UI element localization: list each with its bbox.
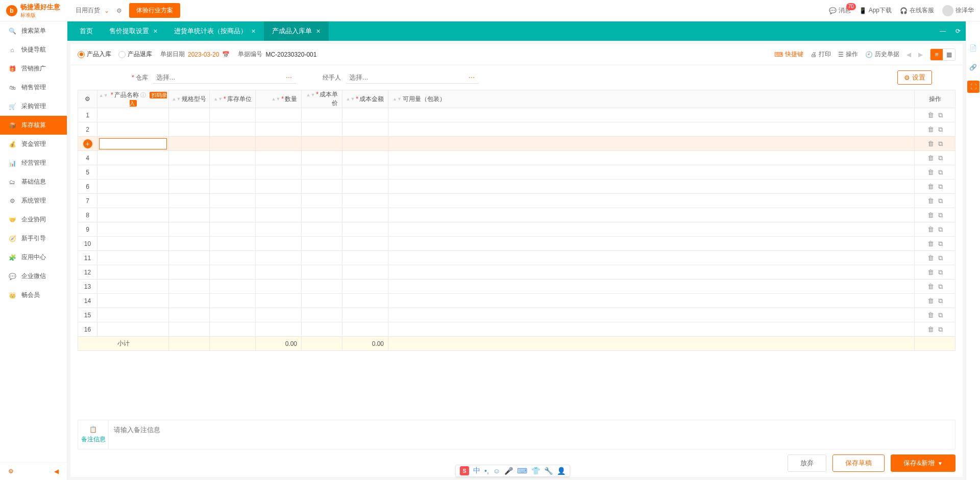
operate-button[interactable]: ☰ 操作 bbox=[838, 50, 858, 59]
tab-2[interactable]: 进货单统计表（按商品）✕ bbox=[166, 21, 264, 41]
sidebar-item-3[interactable]: 🛍销售管理 bbox=[0, 78, 67, 97]
table-row[interactable]: 8🗑⧉ bbox=[78, 208, 955, 222]
message-button[interactable]: 💬 消息 70 bbox=[829, 6, 851, 15]
warehouse-more-icon[interactable]: ⋯ bbox=[286, 74, 292, 81]
table-row[interactable]: 2🗑⧉ bbox=[78, 122, 955, 137]
app-download-button[interactable]: 📱 App下载 bbox=[859, 6, 892, 15]
calendar-icon[interactable]: 📅 bbox=[222, 51, 230, 58]
table-row[interactable]: 9🗑⧉ bbox=[78, 222, 955, 237]
delete-icon[interactable]: 🗑 bbox=[927, 240, 934, 247]
ime-keyboard-icon[interactable]: ⌨ bbox=[517, 467, 527, 475]
ime-skin-icon[interactable]: 👕 bbox=[531, 467, 540, 475]
remark-input[interactable] bbox=[109, 420, 955, 449]
table-row[interactable]: 1🗑⧉ bbox=[78, 108, 955, 122]
ime-toolbar[interactable]: S 中 •, ☺ 🎤 ⌨ 👕 🔧 👤 bbox=[455, 465, 570, 477]
table-row[interactable]: 7🗑⧉ bbox=[78, 194, 955, 208]
sidebar-item-2[interactable]: 🎁营销推广 bbox=[0, 59, 67, 78]
sidebar-item-8[interactable]: 🗂基础信息 bbox=[0, 172, 67, 191]
copy-icon[interactable]: ⧉ bbox=[938, 154, 943, 162]
delete-icon[interactable]: 🗑 bbox=[927, 140, 934, 147]
table-row[interactable]: 5🗑⧉ bbox=[78, 165, 955, 180]
table-row[interactable]: 6🗑⧉ bbox=[78, 180, 955, 194]
close-icon[interactable]: ✕ bbox=[153, 28, 158, 35]
user-menu[interactable]: 徐泽华 bbox=[942, 5, 974, 16]
ime-user-icon[interactable]: 👤 bbox=[557, 467, 566, 475]
history-button[interactable]: 🕘 历史单据 bbox=[865, 50, 899, 59]
collapse-icon[interactable]: ◀ bbox=[54, 468, 59, 475]
rail-link-icon[interactable]: 🔗 bbox=[967, 61, 979, 73]
ime-punct-icon[interactable]: •, bbox=[484, 467, 489, 475]
doc-date-value[interactable]: 2023-03-20 bbox=[188, 51, 219, 58]
copy-icon[interactable]: ⧉ bbox=[938, 125, 943, 133]
delete-icon[interactable]: 🗑 bbox=[927, 225, 934, 233]
sidebar-item-14[interactable]: 👑畅会员 bbox=[0, 286, 67, 305]
copy-icon[interactable]: ⧉ bbox=[938, 211, 943, 219]
product-name-input[interactable] bbox=[99, 138, 167, 149]
copy-icon[interactable]: ⧉ bbox=[938, 297, 943, 305]
table-row[interactable]: 16🗑⧉ bbox=[78, 322, 955, 337]
delete-icon[interactable]: 🗑 bbox=[927, 254, 934, 262]
sidebar-item-10[interactable]: 🤝企业协同 bbox=[0, 210, 67, 229]
ime-tool-icon[interactable]: 🔧 bbox=[544, 467, 553, 475]
sidebar-item-7[interactable]: 📊经营管理 bbox=[0, 154, 67, 172]
delete-icon[interactable]: 🗑 bbox=[927, 297, 934, 305]
delete-icon[interactable]: 🗑 bbox=[927, 325, 934, 333]
rail-expand-icon[interactable]: ⛶ bbox=[967, 81, 979, 93]
radio-product-out[interactable]: 产品退库 bbox=[118, 50, 152, 59]
view-card[interactable]: ▦ bbox=[943, 49, 955, 60]
shortcut-button[interactable]: ⌨ 快捷键 bbox=[774, 50, 803, 59]
table-row[interactable]: 12🗑⧉ bbox=[78, 265, 955, 280]
table-row[interactable]: +🗑⧉ bbox=[78, 137, 955, 151]
delete-icon[interactable]: 🗑 bbox=[927, 283, 934, 290]
view-list[interactable]: ≡ bbox=[930, 49, 943, 60]
delete-icon[interactable]: 🗑 bbox=[927, 154, 934, 162]
copy-icon[interactable]: ⧉ bbox=[938, 240, 943, 247]
tab-1[interactable]: 售价提取设置✕ bbox=[101, 21, 166, 41]
ime-mic-icon[interactable]: 🎤 bbox=[504, 467, 513, 475]
print-button[interactable]: 🖨 打印 bbox=[811, 50, 831, 59]
copy-icon[interactable]: ⧉ bbox=[938, 254, 943, 262]
sidebar-item-1[interactable]: ⌂快捷导航 bbox=[0, 40, 67, 59]
delete-icon[interactable]: 🗑 bbox=[927, 311, 934, 319]
table-row[interactable]: 10🗑⧉ bbox=[78, 237, 955, 251]
col-spec[interactable]: ▲▼规格型号 bbox=[169, 90, 210, 108]
sidebar-item-13[interactable]: 💬企业微信 bbox=[0, 267, 67, 286]
delete-icon[interactable]: 🗑 bbox=[927, 268, 934, 276]
table-row[interactable]: 15🗑⧉ bbox=[78, 308, 955, 322]
col-qty[interactable]: ▲▼*数量 bbox=[256, 90, 302, 108]
prev-button[interactable]: ◀ bbox=[906, 51, 911, 58]
settings-icon[interactable]: ⚙ bbox=[8, 468, 14, 475]
online-service-button[interactable]: 🎧 在线客服 bbox=[900, 6, 934, 15]
operator-input[interactable] bbox=[346, 71, 479, 84]
save-draft-button[interactable]: 保存草稿 bbox=[832, 454, 885, 472]
delete-icon[interactable]: 🗑 bbox=[927, 197, 934, 205]
col-gear[interactable]: ⚙ bbox=[78, 90, 97, 108]
sidebar-item-0[interactable]: 🔍搜索菜单 bbox=[0, 21, 67, 40]
col-cost-amount[interactable]: ▲▼*成本金额 bbox=[342, 90, 388, 108]
col-cost-price[interactable]: ▲▼*成本单价 bbox=[302, 90, 342, 108]
sidebar-item-4[interactable]: 🛒采购管理 bbox=[0, 97, 67, 116]
delete-icon[interactable]: 🗑 bbox=[927, 168, 934, 176]
tab-3[interactable]: 产成品入库单✕ bbox=[264, 21, 329, 41]
col-available[interactable]: ▲▼可用量（包装） bbox=[388, 90, 915, 108]
tab-0[interactable]: 首页 bbox=[71, 21, 101, 41]
copy-icon[interactable]: ⧉ bbox=[938, 325, 943, 333]
copy-icon[interactable]: ⧉ bbox=[938, 225, 943, 233]
copy-icon[interactable]: ⧉ bbox=[938, 140, 943, 147]
sidebar-item-6[interactable]: 💰资金管理 bbox=[0, 135, 67, 154]
copy-icon[interactable]: ⧉ bbox=[938, 268, 943, 276]
operator-more-icon[interactable]: ⋯ bbox=[469, 74, 475, 81]
sidebar-item-12[interactable]: 🧩应用中心 bbox=[0, 248, 67, 267]
ime-lang[interactable]: 中 bbox=[473, 466, 480, 475]
table-row[interactable]: 14🗑⧉ bbox=[78, 294, 955, 308]
delete-icon[interactable]: 🗑 bbox=[927, 111, 934, 119]
ime-smile-icon[interactable]: ☺ bbox=[493, 467, 500, 475]
close-icon[interactable]: ✕ bbox=[316, 28, 321, 35]
rail-doc-icon[interactable]: 📄 bbox=[967, 42, 979, 54]
add-row-icon[interactable]: + bbox=[83, 139, 92, 148]
next-button[interactable]: ▶ bbox=[918, 51, 923, 58]
sidebar-item-9[interactable]: ⚙系统管理 bbox=[0, 191, 67, 210]
column-settings-button[interactable]: ⚙ 设置 bbox=[897, 70, 932, 85]
copy-icon[interactable]: ⧉ bbox=[938, 197, 943, 205]
sidebar-item-5[interactable]: 📦库存核算 bbox=[0, 116, 67, 135]
